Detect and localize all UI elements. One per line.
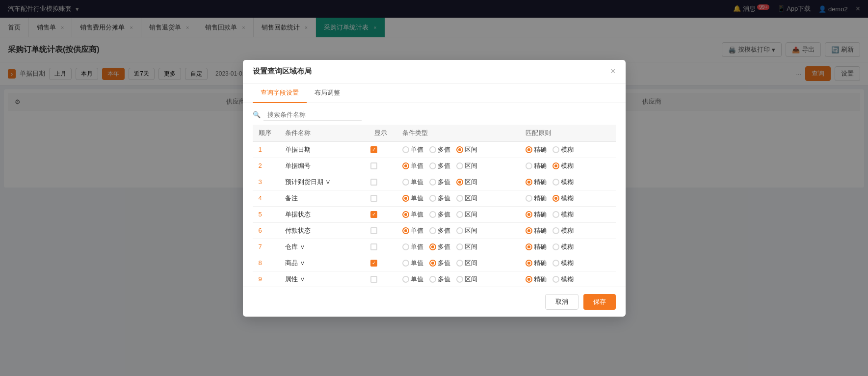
row-name: 单据编号 (279, 158, 365, 174)
modal-close-button[interactable]: × (610, 67, 616, 76)
match-radio-group: 精确 模糊 (526, 161, 610, 170)
search-icon: 🔍 (253, 111, 261, 118)
modal-tab-query-fields[interactable]: 查询字段设置 (253, 83, 307, 103)
display-checkbox[interactable] (370, 179, 377, 186)
col-header-name: 条件名称 (279, 125, 365, 142)
match-exact-radio[interactable]: 精确 (526, 145, 547, 154)
col-header-display: 显示 (365, 125, 396, 142)
type-multi-radio[interactable]: 多值 (429, 161, 450, 170)
modal-tab-layout[interactable]: 布局调整 (307, 83, 348, 103)
search-input[interactable] (263, 109, 362, 121)
search-bar: 🔍 (243, 103, 626, 125)
match-fuzzy-radio[interactable]: 模糊 (552, 145, 574, 154)
modal-header: 设置查询区域布局 × (243, 60, 626, 83)
row-name: 预计到货日期 ∨ (279, 174, 365, 190)
modal-tab-bar: 查询字段设置 布局调整 (243, 83, 626, 103)
table-row: 3 预计到货日期 ∨ 单值 多值 区间 (253, 174, 616, 190)
row-name: 备注 (279, 190, 365, 191)
type-multi-radio[interactable]: 多值 (429, 178, 450, 187)
type-single-radio[interactable]: 单值 (402, 145, 423, 154)
modal-table-scroll[interactable]: 顺序 条件名称 显示 条件类型 匹配原则 1 单据日期 ✓ 单值 (243, 125, 626, 192)
type-range-radio[interactable]: 区间 (456, 161, 477, 170)
match-exact-radio[interactable]: 精确 (526, 161, 547, 170)
modal-overlay: 设置查询区域布局 × 查询字段设置 布局调整 🔍 顺序 条件名称 (0, 0, 868, 191)
display-checkbox[interactable]: ✓ (370, 146, 377, 153)
settings-modal: 设置查询区域布局 × 查询字段设置 布局调整 🔍 顺序 条件名称 (243, 60, 626, 192)
type-range-radio[interactable]: 区间 (456, 145, 477, 154)
row-name: 单据日期 (279, 141, 365, 158)
table-row: 2 单据编号 单值 多值 区间 (253, 158, 616, 174)
match-exact-radio[interactable]: 精确 (526, 178, 547, 187)
modal-title: 设置查询区域布局 (253, 67, 312, 76)
type-radio-group: 单值 多值 区间 (402, 161, 513, 170)
match-fuzzy-radio[interactable]: 模糊 (552, 178, 574, 187)
table-row: 1 单据日期 ✓ 单值 多值 区间 (253, 141, 616, 158)
match-radio-group: 精确 模糊 (526, 145, 610, 154)
type-range-radio[interactable]: 区间 (456, 178, 477, 187)
conditions-table: 顺序 条件名称 显示 条件类型 匹配原则 1 单据日期 ✓ 单值 (253, 125, 616, 192)
type-single-radio[interactable]: 单值 (402, 161, 423, 170)
type-radio-group: 单值 多值 区间 (402, 145, 513, 154)
row-seq: 2 (259, 162, 262, 169)
table-row: 4 备注 单值 多值 区间 (253, 190, 616, 191)
col-header-type: 条件类型 (396, 125, 519, 142)
type-single-radio[interactable]: 单值 (402, 178, 423, 187)
col-header-match: 匹配原则 (520, 125, 616, 142)
row-seq: 3 (259, 178, 262, 186)
display-checkbox[interactable] (370, 162, 377, 169)
type-multi-radio[interactable]: 多值 (429, 145, 450, 154)
match-radio-group: 精确 模糊 (526, 178, 610, 187)
match-fuzzy-radio[interactable]: 模糊 (552, 161, 574, 170)
col-header-seq: 顺序 (253, 125, 279, 142)
row-seq: 1 (259, 146, 262, 153)
type-radio-group: 单值 多值 区间 (402, 178, 513, 187)
